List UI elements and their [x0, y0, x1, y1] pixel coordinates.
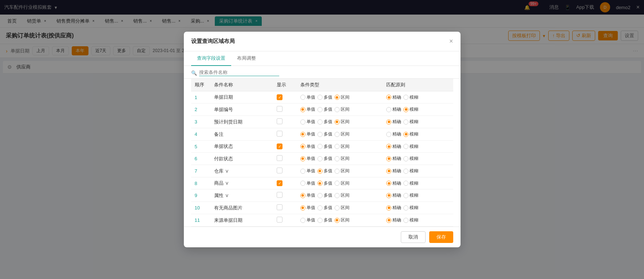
checkbox-5[interactable] [277, 155, 283, 161]
match-option-精确-0[interactable]: 精确 [386, 94, 401, 101]
type-option-区间-2[interactable]: 区间 [335, 119, 349, 125]
search-input[interactable] [199, 70, 272, 75]
match-option-精确-10[interactable]: 精确 [386, 217, 401, 223]
checkbox-4[interactable]: ✓ [277, 144, 283, 149]
type-option-单值-7[interactable]: 单值 [300, 180, 315, 186]
type-option-多值-7[interactable]: 多值 [317, 180, 332, 186]
row-type-8: 单值多值区间 [297, 189, 383, 202]
type-option-单值-3[interactable]: 单值 [300, 131, 315, 137]
row-name-2: 预计到货日期 [210, 116, 273, 128]
match-option-模糊-0[interactable]: 模糊 [403, 94, 418, 101]
save-button[interactable]: 保存 [429, 231, 453, 243]
type-option-区间-3[interactable]: 区间 [335, 131, 349, 137]
match-option-模糊-6[interactable]: 模糊 [403, 168, 418, 174]
type-option-多值-6[interactable]: 多值 [317, 168, 332, 174]
type-option-单值-6[interactable]: 单值 [300, 168, 315, 174]
type-option-单值-5[interactable]: 单值 [300, 156, 315, 162]
radio-label-区间-5: 区间 [341, 156, 349, 162]
type-option-多值-2[interactable]: 多值 [317, 119, 332, 125]
row-show-7[interactable]: ✓ [273, 177, 296, 189]
row-show-10[interactable] [273, 214, 296, 227]
type-option-多值-0[interactable]: 多值 [317, 94, 332, 101]
cancel-button[interactable]: 取消 [401, 231, 426, 243]
match-option-精确-9[interactable]: 精确 [386, 205, 401, 211]
row-show-3[interactable] [273, 128, 296, 141]
type-option-多值-8[interactable]: 多值 [317, 192, 332, 199]
tab-layout-adjust[interactable]: 布局调整 [231, 51, 262, 66]
checkbox-10[interactable] [277, 217, 283, 223]
checkbox-0[interactable]: ✓ [277, 94, 283, 100]
type-option-单值-8[interactable]: 单值 [300, 192, 315, 199]
row-show-2[interactable] [273, 116, 296, 128]
row-order-4: 5 [191, 141, 211, 153]
type-option-多值-4[interactable]: 多值 [317, 144, 332, 150]
match-option-精确-8[interactable]: 精确 [386, 192, 401, 199]
table-row: 7仓库 ∨单值多值区间精确模糊 [191, 165, 453, 177]
match-option-模糊-7[interactable]: 模糊 [403, 180, 418, 186]
row-order-9: 10 [191, 202, 211, 214]
match-option-精确-7[interactable]: 精确 [386, 180, 401, 186]
type-option-区间-0[interactable]: 区间 [335, 94, 349, 101]
match-option-模糊-4[interactable]: 模糊 [403, 144, 418, 150]
match-radio-label-模糊-7: 模糊 [410, 180, 418, 186]
match-option-精确-2[interactable]: 精确 [386, 119, 401, 125]
match-radio-label-精确-6: 精确 [392, 168, 401, 174]
modal-title: 设置查询区域布局 [191, 38, 235, 45]
match-option-模糊-3[interactable]: 模糊 [403, 131, 418, 137]
table-row: 1单据日期✓单值多值区间精确模糊 [191, 91, 453, 103]
type-option-区间-6[interactable]: 区间 [335, 168, 349, 174]
row-show-0[interactable]: ✓ [273, 91, 296, 103]
row-name-8: 属性 ∨ [210, 189, 273, 202]
type-option-单值-9[interactable]: 单值 [300, 205, 315, 211]
table-row: 9属性 ∨单值多值区间精确模糊 [191, 189, 453, 202]
type-option-区间-5[interactable]: 区间 [335, 156, 349, 162]
match-option-模糊-5[interactable]: 模糊 [403, 156, 418, 162]
radio-label-单值-1: 单值 [307, 106, 315, 113]
match-option-模糊-10[interactable]: 模糊 [403, 217, 418, 223]
match-option-精确-1[interactable]: 精确 [386, 106, 401, 113]
type-option-单值-2[interactable]: 单值 [300, 119, 315, 125]
match-option-模糊-2[interactable]: 模糊 [403, 119, 418, 125]
modal-overlay: 设置查询区域布局 × 查询字段设置 布局调整 🔍 [0, 0, 644, 279]
checkbox-6[interactable] [277, 168, 283, 173]
type-option-区间-1[interactable]: 区间 [335, 106, 349, 113]
type-option-多值-1[interactable]: 多值 [317, 106, 332, 113]
row-show-9[interactable] [273, 202, 296, 214]
checkbox-9[interactable] [277, 204, 283, 210]
row-show-4[interactable]: ✓ [273, 141, 296, 153]
type-option-单值-0[interactable]: 单值 [300, 94, 315, 101]
match-option-模糊-1[interactable]: 模糊 [403, 106, 418, 113]
row-type-9: 单值多值区间 [297, 202, 383, 214]
type-option-单值-10[interactable]: 单值 [300, 217, 315, 223]
type-option-单值-4[interactable]: 单值 [300, 144, 315, 150]
type-option-多值-3[interactable]: 多值 [317, 131, 332, 137]
modal-close-button[interactable]: × [449, 38, 453, 45]
match-option-精确-4[interactable]: 精确 [386, 144, 401, 150]
match-option-模糊-9[interactable]: 模糊 [403, 205, 418, 211]
row-show-1[interactable] [273, 103, 296, 116]
type-option-区间-8[interactable]: 区间 [335, 192, 349, 199]
checkbox-8[interactable] [277, 192, 283, 198]
type-option-区间-7[interactable]: 区间 [335, 180, 349, 186]
match-option-精确-6[interactable]: 精确 [386, 168, 401, 174]
type-option-多值-5[interactable]: 多值 [317, 156, 332, 162]
table-row: 8商品 ∨✓单值多值区间精确模糊 [191, 177, 453, 189]
row-show-6[interactable] [273, 165, 296, 177]
type-option-区间-9[interactable]: 区间 [335, 205, 349, 211]
type-option-多值-10[interactable]: 多值 [317, 217, 332, 223]
type-option-单值-1[interactable]: 单值 [300, 106, 315, 113]
row-order-2: 3 [191, 116, 211, 128]
match-option-精确-5[interactable]: 精确 [386, 156, 401, 162]
row-show-5[interactable] [273, 153, 296, 165]
tab-query-fields[interactable]: 查询字段设置 [191, 51, 231, 66]
checkbox-2[interactable] [277, 118, 283, 124]
type-option-区间-10[interactable]: 区间 [335, 217, 349, 223]
checkbox-1[interactable] [277, 106, 283, 112]
row-show-8[interactable] [273, 189, 296, 202]
checkbox-3[interactable] [277, 131, 283, 137]
type-option-多值-9[interactable]: 多值 [317, 205, 332, 211]
match-option-精确-3[interactable]: 精确 [386, 131, 401, 137]
match-option-模糊-8[interactable]: 模糊 [403, 192, 418, 199]
checkbox-7[interactable]: ✓ [277, 180, 283, 186]
type-option-区间-4[interactable]: 区间 [335, 144, 349, 150]
